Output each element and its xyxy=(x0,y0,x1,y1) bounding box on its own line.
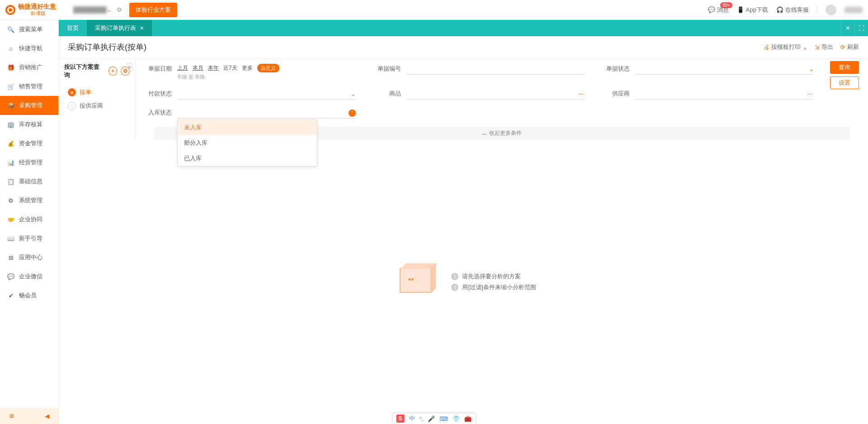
logo: 畅捷通好生意 标准版 xyxy=(5,3,64,17)
app-label: App下载 xyxy=(746,6,768,14)
avatar[interactable] xyxy=(826,5,836,15)
gear-icon: ⚙ xyxy=(7,197,14,204)
code-input[interactable] xyxy=(406,64,585,75)
sidebar-item-finance[interactable]: 💰资金管理 xyxy=(0,134,58,153)
chevron-down-icon: ⌄ xyxy=(809,66,814,72)
ime-logo-icon[interactable]: S xyxy=(396,414,405,423)
app-download-link[interactable]: 📱 App下载 xyxy=(737,6,768,14)
scheme-option-supplier[interactable]: ○按供应商 xyxy=(64,99,130,113)
collapse-sidebar-icon[interactable]: ◀ xyxy=(45,413,49,419)
dropdown-option-in[interactable]: 已入库 xyxy=(178,151,317,166)
sidebar-label: 系统管理 xyxy=(19,196,42,205)
message-icon: 💬 xyxy=(708,6,715,13)
export-label: 导出 xyxy=(821,43,833,51)
settings-button[interactable]: 设置 xyxy=(830,76,859,89)
date-to[interactable]: 不限 xyxy=(195,74,205,80)
sidebar-item-system[interactable]: ⚙系统管理 xyxy=(0,191,58,210)
messages-badge: 99+ xyxy=(720,2,732,8)
field-date: 单据日期 上月 本月 本年 近7天 更多 自定义 xyxy=(145,64,356,81)
sidebar-item-wechat[interactable]: 💬企业微信 xyxy=(0,267,58,286)
experience-button[interactable]: 体验行业方案 xyxy=(129,3,177,17)
scheme-option-order[interactable]: ●按单 xyxy=(64,86,130,99)
sidebar-item-quicknav[interactable]: ⌂快捷导航 xyxy=(0,39,58,58)
sidebar-item-marketing[interactable]: 🎁营销推广 xyxy=(0,58,58,77)
refresh-button[interactable]: ⟳刷新 xyxy=(840,43,859,51)
status-select[interactable]: ⌄ xyxy=(635,64,814,75)
filter-area: 按以下方案查询 + ⚙ « ●按单 ○按供应商 查询 设置 xyxy=(59,58,868,140)
scheme-label: 按单 xyxy=(80,88,91,96)
date-opt-thisyear[interactable]: 本年 xyxy=(208,64,219,72)
logo-icon xyxy=(5,5,15,15)
sidebar-label: 库存核算 xyxy=(19,120,42,129)
instatus-select[interactable]: ⌃ xyxy=(177,108,356,119)
empty-illustration: •• xyxy=(391,262,440,302)
tab-close-all-icon[interactable]: ✕ xyxy=(841,20,854,36)
date-opt-thismonth[interactable]: 本月 xyxy=(193,64,203,72)
date-opt-more[interactable]: 更多 xyxy=(242,64,253,72)
instatus-label: 入库状态 xyxy=(145,108,172,117)
sidebar-item-inventory[interactable]: 🏢库存核算 xyxy=(0,115,58,134)
date-opt-custom[interactable]: 自定义 xyxy=(257,64,279,72)
search-icon: 🔍 xyxy=(7,26,14,33)
dropdown-option-partial[interactable]: 部分入库 xyxy=(178,135,317,151)
export-icon: ⇲ xyxy=(815,44,820,51)
tab-home[interactable]: 首页 xyxy=(59,20,87,36)
print-button[interactable]: 🖨按模板打印⌄ xyxy=(764,43,807,51)
supplier-select[interactable]: ⋯ xyxy=(635,89,814,100)
gear-icon[interactable]: ⚙ xyxy=(117,6,122,13)
ime-toolbox-icon[interactable]: 🧰 xyxy=(464,415,472,422)
sidebar: 🔍搜索菜单 ⌂快捷导航 🎁营销推广 🛒销售管理 📦采购管理 🏢库存核算 💰资金管… xyxy=(0,20,59,424)
tab-purchase-exec[interactable]: 采购订单执行表 ✕ xyxy=(87,20,152,36)
ime-toolbar[interactable]: S 中 °, 🎤 ⌨ 👕 🧰 xyxy=(392,413,476,424)
sidebar-item-apps[interactable]: ⊞应用中心 xyxy=(0,248,58,267)
field-paystatus: 付款状态 ⌄ xyxy=(145,89,356,100)
settings-icon[interactable]: ⚙ xyxy=(9,413,14,419)
sidebar-item-guide[interactable]: 📖新手引导 xyxy=(0,229,58,248)
goods-select[interactable]: ⋯ xyxy=(406,89,585,100)
collapse-panel-icon[interactable]: « xyxy=(127,63,132,71)
sidebar-item-basicinfo[interactable]: 📋基础信息 xyxy=(0,172,58,191)
add-scheme-button[interactable]: + xyxy=(108,67,118,76)
print-icon: 🖨 xyxy=(764,44,769,51)
date-from[interactable]: 不限 xyxy=(177,74,187,80)
grid-icon: ⊞ xyxy=(7,254,14,261)
sidebar-item-member[interactable]: ✔畅会员 xyxy=(0,286,58,305)
filter-fields: 查询 设置 单据日期 上月 本月 本年 近7天 xyxy=(136,58,868,140)
ime-lang[interactable]: 中 xyxy=(409,414,415,423)
ime-keyboard-icon[interactable]: ⌨ xyxy=(439,415,448,422)
date-opt-lastmonth[interactable]: 上月 xyxy=(177,64,188,72)
sidebar-label: 搜索菜单 xyxy=(19,25,42,33)
username[interactable] xyxy=(844,7,863,13)
close-icon[interactable]: ✕ xyxy=(140,25,144,31)
sidebar-item-business[interactable]: 📊经营管理 xyxy=(0,153,58,172)
divider xyxy=(817,6,817,14)
sidebar-item-purchase[interactable]: 📦采购管理 xyxy=(0,96,58,115)
step-text: 用[过滤]条件来缩小分析范围 xyxy=(462,283,536,291)
company-selector[interactable]: ████████ xyxy=(73,6,107,13)
dropdown-option-notin[interactable]: 未入库 xyxy=(178,120,317,135)
messages-link[interactable]: 💬 消息 99+ xyxy=(708,6,729,14)
paystatus-select[interactable]: ⌄ xyxy=(177,89,356,100)
query-button[interactable]: 查询 xyxy=(830,61,859,74)
fullscreen-icon[interactable]: ⛶ xyxy=(854,20,868,36)
export-button[interactable]: ⇲导出 xyxy=(815,43,833,51)
refresh-icon: ⟳ xyxy=(840,44,845,51)
more-icon: ⋯ xyxy=(807,91,814,97)
date-opt-7days[interactable]: 近7天 xyxy=(223,64,237,72)
main: 首页 采购订单执行表 ✕ ✕ ⛶ 采购订单执行表(按单) 🖨按模板打印⌄ ⇲导出… xyxy=(59,20,868,424)
sidebar-label: 采购管理 xyxy=(19,101,42,110)
online-service-link[interactable]: 🎧 在线客服 xyxy=(776,6,809,14)
ime-punct-icon[interactable]: °, xyxy=(420,415,424,422)
home-icon: ⌂ xyxy=(7,45,14,52)
chevron-up-icon: ⌃ xyxy=(349,110,356,117)
sidebar-item-sales[interactable]: 🛒销售管理 xyxy=(0,77,58,96)
handshake-icon: 🤝 xyxy=(7,216,14,223)
ime-skin-icon[interactable]: 👕 xyxy=(453,415,460,422)
sidebar-item-search[interactable]: 🔍搜索菜单 xyxy=(0,20,58,39)
more-icon: ⋯ xyxy=(578,91,585,97)
chevron-down-icon[interactable]: ⌄ xyxy=(107,7,111,13)
sidebar-item-collab[interactable]: 🤝企业协同 xyxy=(0,210,58,229)
scheme-label: 按供应商 xyxy=(80,102,103,110)
ime-mic-icon[interactable]: 🎤 xyxy=(428,415,435,422)
sidebar-label: 畅会员 xyxy=(19,291,37,300)
